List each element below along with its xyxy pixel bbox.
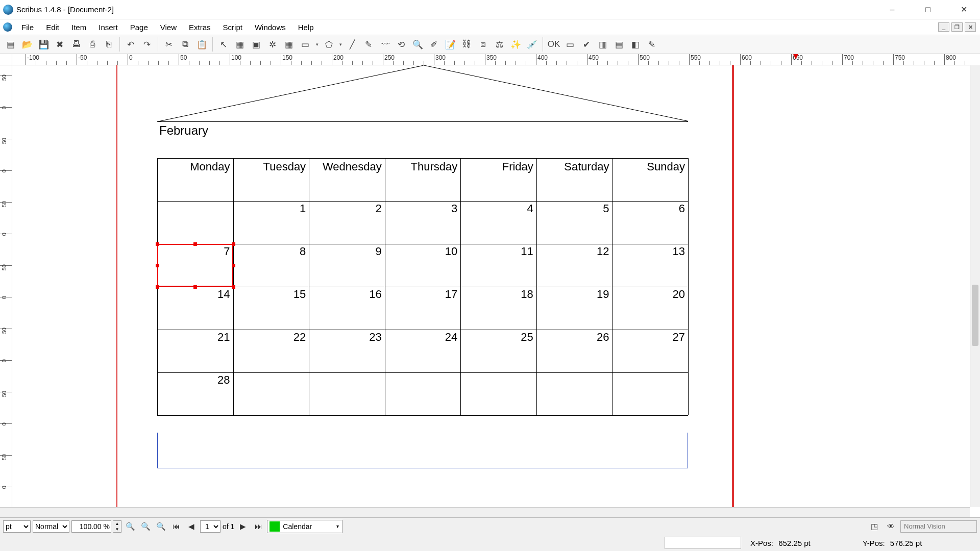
day-cell[interactable]: 19 [536, 288, 609, 301]
link-annot-icon[interactable]: ✎ [644, 37, 659, 52]
day-cell[interactable]: 9 [309, 245, 382, 258]
unlink-frames-icon[interactable]: ⧈ [475, 37, 491, 52]
print-icon[interactable]: 🖶 [68, 37, 84, 52]
paste-icon[interactable]: 📋 [194, 37, 209, 52]
selection-handle[interactable] [232, 285, 235, 289]
selection-handle[interactable] [232, 242, 235, 246]
page-number-select[interactable]: 1 [200, 520, 220, 533]
canvas[interactable]: February MondayTuesdayWednesdayThursdayF… [12, 65, 970, 507]
selection-handle[interactable] [156, 264, 159, 267]
cut-icon[interactable]: ✂ [161, 37, 177, 52]
day-cell[interactable]: 4 [460, 202, 533, 215]
menu-item[interactable]: Item [65, 21, 92, 34]
goto-prev-page-icon[interactable]: ◀ [185, 520, 198, 533]
copy-props-icon[interactable]: ✨ [508, 37, 523, 52]
select-icon[interactable]: ↖ [216, 37, 231, 52]
day-cell[interactable]: 11 [460, 245, 533, 258]
menu-file[interactable]: File [15, 21, 40, 34]
mdi-minimize-button[interactable]: _ [938, 22, 949, 32]
day-cell[interactable]: 24 [385, 331, 458, 344]
day-cell[interactable]: 6 [612, 202, 685, 215]
goto-last-page-icon[interactable]: ⏭ [252, 520, 265, 533]
link-frames-icon[interactable]: ⛓ [459, 37, 474, 52]
pdf-button-icon[interactable]: OK [546, 37, 561, 52]
zoom-in-icon[interactable]: 🔍 [154, 520, 167, 533]
selection-handle[interactable] [156, 285, 159, 289]
pdf-check-icon[interactable]: ✔ [579, 37, 594, 52]
calendar-frame[interactable]: February MondayTuesdayWednesdayThursdayF… [157, 65, 688, 433]
zoom-input[interactable] [71, 520, 111, 533]
shape-dd-icon[interactable]: ▾ [314, 42, 320, 47]
zoom-out-icon[interactable]: 🔍 [124, 520, 137, 533]
mdi-close-button[interactable]: ✕ [965, 22, 976, 32]
shape-icon[interactable]: ▭ [298, 37, 313, 52]
menu-script[interactable]: Script [217, 21, 249, 34]
menu-windows[interactable]: Windows [249, 21, 292, 34]
zoom-spinner[interactable]: ▲▼ [113, 520, 121, 533]
day-cell[interactable]: 13 [612, 245, 685, 258]
day-cell[interactable]: 28 [157, 373, 230, 387]
day-cell[interactable]: 26 [536, 331, 609, 344]
close-icon[interactable]: ✖ [52, 37, 67, 52]
text-frame-icon[interactable]: ▦ [232, 37, 248, 52]
line-icon[interactable]: ╱ [345, 37, 360, 52]
edit-contents-icon[interactable]: ✐ [426, 37, 442, 52]
copy-icon[interactable]: ⧉ [178, 37, 193, 52]
day-cell[interactable]: 10 [385, 245, 458, 258]
menu-help[interactable]: Help [292, 21, 320, 34]
day-cell[interactable]: 12 [536, 245, 609, 258]
selection-handle[interactable] [193, 242, 197, 246]
zoom-reset-icon[interactable]: 🔍 [139, 520, 152, 533]
day-cell[interactable]: 17 [385, 288, 458, 301]
bezier-icon[interactable]: ✎ [361, 37, 376, 52]
day-cell[interactable]: 25 [460, 331, 533, 344]
selection-handle[interactable] [156, 242, 159, 246]
new-icon[interactable]: ▤ [3, 37, 18, 52]
day-cell[interactable]: 23 [309, 331, 382, 344]
vertical-scrollbar[interactable] [970, 65, 980, 507]
day-cell[interactable]: 8 [233, 245, 306, 258]
selection-handle[interactable] [232, 264, 235, 267]
menu-insert[interactable]: Insert [92, 21, 124, 34]
day-cell[interactable]: 27 [612, 331, 685, 344]
zoom-icon[interactable]: 🔍 [410, 37, 425, 52]
polygon-icon[interactable]: ⬠ [321, 37, 336, 52]
horizontal-scrollbar[interactable] [0, 507, 970, 517]
day-cell[interactable]: 21 [157, 331, 230, 344]
rotate-icon[interactable]: ⟲ [394, 37, 409, 52]
annot-icon[interactable]: ◧ [628, 37, 643, 52]
pdf-list-icon[interactable]: ▤ [611, 37, 627, 52]
close-button[interactable]: ✕ [954, 3, 973, 17]
day-cell[interactable]: 3 [385, 202, 458, 215]
polygon-dd-icon[interactable]: ▾ [337, 42, 344, 47]
day-cell[interactable]: 18 [460, 288, 533, 301]
layer-select[interactable]: Calendar ▾ [267, 520, 342, 533]
day-cell[interactable]: 15 [233, 288, 306, 301]
save-icon[interactable]: 💾 [36, 37, 51, 52]
pdf-icon[interactable]: ⎘ [101, 37, 116, 52]
image-frame-icon[interactable]: ▣ [249, 37, 264, 52]
goto-next-page-icon[interactable]: ▶ [236, 520, 250, 533]
render-frame-icon[interactable]: ✲ [265, 37, 280, 52]
day-cell[interactable]: 2 [309, 202, 382, 215]
freehand-icon[interactable]: 〰 [377, 37, 393, 52]
menu-edit[interactable]: Edit [40, 21, 65, 34]
table-icon[interactable]: ▦ [281, 37, 297, 52]
day-cell[interactable]: 5 [536, 202, 609, 215]
vertical-ruler[interactable]: 500500500500500500500 [0, 65, 12, 507]
edit-text-icon[interactable]: 📝 [443, 37, 458, 52]
day-cell[interactable]: 16 [309, 288, 382, 301]
menu-page[interactable]: Page [124, 21, 154, 34]
selection-box[interactable] [157, 244, 233, 287]
pdf-text-icon[interactable]: ▭ [562, 37, 578, 52]
selection-handle[interactable] [193, 285, 197, 289]
goto-first-page-icon[interactable]: ⏮ [169, 520, 183, 533]
menu-view[interactable]: View [154, 21, 183, 34]
display-mode-select[interactable]: Normal [33, 520, 69, 533]
undo-icon[interactable]: ↶ [123, 37, 138, 52]
day-cell[interactable]: 14 [157, 288, 230, 301]
pdf-combo-icon[interactable]: ▥ [595, 37, 610, 52]
day-cell[interactable]: 1 [233, 202, 306, 215]
cms-icon[interactable]: ◳ [868, 520, 881, 533]
eyedropper-icon[interactable]: 💉 [524, 37, 540, 52]
